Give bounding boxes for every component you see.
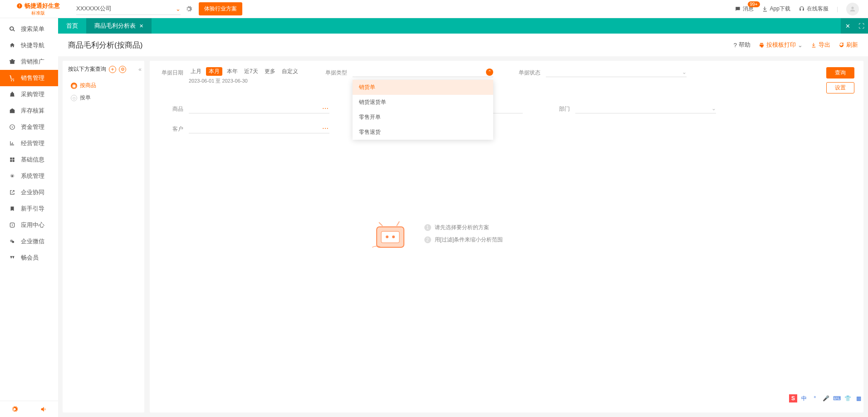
scheme-by-product[interactable]: ◉ 按商品 bbox=[68, 79, 139, 92]
topbar: 畅捷通好生意 标准版 XXXXXX公司 ⌄ 体验行业方案 消息 99+ App下… bbox=[0, 0, 868, 18]
tab-fullscreen[interactable]: ⛶ bbox=[854, 18, 868, 34]
ime-mic-icon[interactable]: 🎤 bbox=[822, 394, 830, 402]
ime-lang[interactable]: 中 bbox=[800, 394, 808, 402]
sidebar-item-biz[interactable]: 经营管理 bbox=[0, 135, 58, 152]
download-link[interactable]: App下载 bbox=[762, 5, 790, 13]
settings-button[interactable]: 设置 bbox=[826, 82, 854, 93]
export-button[interactable]: 导出 bbox=[811, 41, 830, 49]
company-select[interactable]: XXXXXX公司 ⌄ bbox=[76, 3, 181, 15]
close-icon[interactable]: ✕ bbox=[139, 23, 143, 29]
chevron-down-icon: ⌄ bbox=[798, 42, 803, 49]
message-link[interactable]: 消息 99+ bbox=[735, 5, 754, 13]
sidebar-item-system[interactable]: 系统管理 bbox=[0, 168, 58, 184]
svg-point-10 bbox=[392, 235, 395, 238]
sidebar-item-coop[interactable]: 企业协同 bbox=[0, 184, 58, 201]
chip-last-month[interactable]: 上月 bbox=[189, 67, 203, 76]
sidebar-item-guide[interactable]: 新手引导 bbox=[0, 201, 58, 217]
date-chips: 上月 本月 本年 近7天 更多 自定义 bbox=[189, 67, 300, 76]
link-icon bbox=[9, 189, 16, 196]
type-field: 单据类型 ⌃ 销货单 销货退货单 零售开单 零售退货 bbox=[323, 67, 493, 77]
brand-icon bbox=[16, 3, 23, 9]
money-icon: ¥ bbox=[9, 124, 16, 130]
date-field: 单据日期 上月 本月 本年 近7天 更多 自定义 2023-06-01 至 20… bbox=[159, 67, 300, 84]
svg-point-6 bbox=[12, 241, 14, 243]
message-badge: 99+ bbox=[748, 1, 760, 7]
warehouse-icon bbox=[9, 108, 16, 114]
type-option-return[interactable]: 销货退货单 bbox=[353, 95, 493, 110]
tab-home[interactable]: 首页 bbox=[58, 18, 86, 34]
status-select[interactable]: ⌄ bbox=[546, 67, 687, 77]
ime-logo-icon[interactable]: S bbox=[789, 394, 797, 402]
brand-logo: 畅捷通好生意 标准版 bbox=[9, 2, 67, 16]
sidebar-item-sales[interactable]: 销售管理 bbox=[0, 70, 58, 86]
sidebar-item-stock[interactable]: 库存核算 bbox=[0, 103, 58, 119]
config-scheme-button[interactable]: ⚙ bbox=[119, 66, 126, 73]
more-icon[interactable]: ⋯ bbox=[322, 125, 329, 132]
page-title: 商品毛利分析(按商品) bbox=[68, 40, 142, 50]
filter-panel: 单据日期 上月 本月 本年 近7天 更多 自定义 2023-06-01 至 20… bbox=[150, 61, 863, 412]
ime-keyboard-icon[interactable]: ⌨ bbox=[833, 394, 841, 402]
scheme-by-order[interactable]: ○ 按单 bbox=[68, 92, 139, 104]
type-select[interactable]: ⌃ 销货单 销货退货单 零售开单 零售退货 bbox=[353, 67, 493, 77]
customer-input[interactable]: ⋯ bbox=[189, 123, 329, 133]
chevron-down-icon: ⌄ bbox=[711, 105, 716, 112]
avatar[interactable] bbox=[846, 3, 859, 15]
refresh-button[interactable]: 刷新 bbox=[839, 41, 858, 49]
product-input[interactable]: ⋯ bbox=[189, 103, 329, 113]
sound-icon[interactable] bbox=[40, 406, 47, 413]
ime-toolbar: S 中 ° 🎤 ⌨ 👕 ▦ bbox=[788, 393, 863, 403]
cart-icon bbox=[9, 75, 16, 81]
sidebar-item-marketing[interactable]: 营销推广 bbox=[0, 54, 58, 70]
svg-text:¥: ¥ bbox=[11, 126, 13, 128]
gear-icon[interactable] bbox=[185, 5, 192, 13]
add-scheme-button[interactable]: + bbox=[109, 66, 116, 73]
message-icon bbox=[735, 6, 741, 12]
more-icon[interactable]: ⋯ bbox=[322, 105, 329, 112]
sidebar: 搜索菜单 快捷导航 营销推广 销售管理 采购管理 库存核算 ¥资金管理 经营管理… bbox=[0, 18, 58, 417]
ime-punct-icon[interactable]: ° bbox=[811, 394, 819, 402]
type-dropdown: 销货单 销货退货单 零售开单 零售退货 bbox=[353, 80, 493, 140]
book-icon bbox=[9, 206, 16, 212]
sidebar-item-purchase[interactable]: 采购管理 bbox=[0, 86, 58, 103]
collapse-icon[interactable]: « bbox=[138, 66, 142, 73]
type-option-retail-return[interactable]: 零售退货 bbox=[353, 125, 493, 140]
tab-current[interactable]: 商品毛利分析表✕ bbox=[86, 18, 152, 34]
ime-menu-icon[interactable]: ▦ bbox=[854, 394, 863, 402]
settings-icon[interactable] bbox=[11, 406, 18, 413]
help-icon: ? bbox=[734, 42, 737, 49]
sidebar-item-fund[interactable]: ¥资金管理 bbox=[0, 119, 58, 135]
svg-point-4 bbox=[12, 225, 13, 226]
sidebar-item-wechat[interactable]: 企业微信 bbox=[0, 233, 58, 250]
type-option-sales[interactable]: 销货单 bbox=[353, 80, 493, 95]
help-link[interactable]: ?帮助 bbox=[734, 41, 750, 49]
chip-more[interactable]: 更多 bbox=[263, 67, 277, 76]
empty-state: 1请先选择要分析的方案 2用[过滤]条件来缩小分析范围 bbox=[365, 213, 503, 254]
sidebar-item-quick[interactable]: 快捷导航 bbox=[0, 37, 58, 54]
sidebar-item-apps[interactable]: 应用中心 bbox=[0, 217, 58, 233]
dept-select[interactable]: ⌄ bbox=[575, 103, 716, 113]
chip-7days[interactable]: 近7天 bbox=[242, 67, 260, 76]
export-icon bbox=[811, 42, 817, 48]
tab-close-all[interactable]: ✕ bbox=[841, 18, 854, 34]
radio-icon: ◉ bbox=[71, 83, 77, 89]
sidebar-item-member[interactable]: 畅会员 bbox=[0, 250, 58, 266]
customer-field: 客户 ⋯ bbox=[159, 123, 329, 133]
sidebar-footer bbox=[0, 401, 58, 417]
type-option-retail[interactable]: 零售开单 bbox=[353, 110, 493, 125]
print-button[interactable]: 按模板打印⌄ bbox=[759, 41, 803, 49]
wechat-icon bbox=[9, 238, 16, 245]
ime-skin-icon[interactable]: 👕 bbox=[843, 394, 852, 402]
search-icon bbox=[9, 26, 16, 32]
query-scheme-title: 按以下方案查询 bbox=[68, 65, 106, 73]
chip-custom[interactable]: 自定义 bbox=[280, 67, 300, 76]
sidebar-item-search[interactable]: 搜索菜单 bbox=[0, 21, 58, 37]
experience-button[interactable]: 体验行业方案 bbox=[199, 2, 242, 15]
dept-field: 部门 ⌄ bbox=[545, 103, 716, 113]
service-link[interactable]: 在线客服 bbox=[799, 5, 829, 13]
chip-this-month[interactable]: 本月 bbox=[206, 67, 222, 76]
page-header: 商品毛利分析(按商品) ?帮助 按模板打印⌄ 导出 刷新 bbox=[58, 34, 868, 56]
query-button[interactable]: 查询 bbox=[826, 67, 854, 78]
chip-this-year[interactable]: 本年 bbox=[225, 67, 240, 76]
sidebar-item-base[interactable]: 基础信息 bbox=[0, 152, 58, 168]
grid-icon bbox=[9, 157, 16, 163]
